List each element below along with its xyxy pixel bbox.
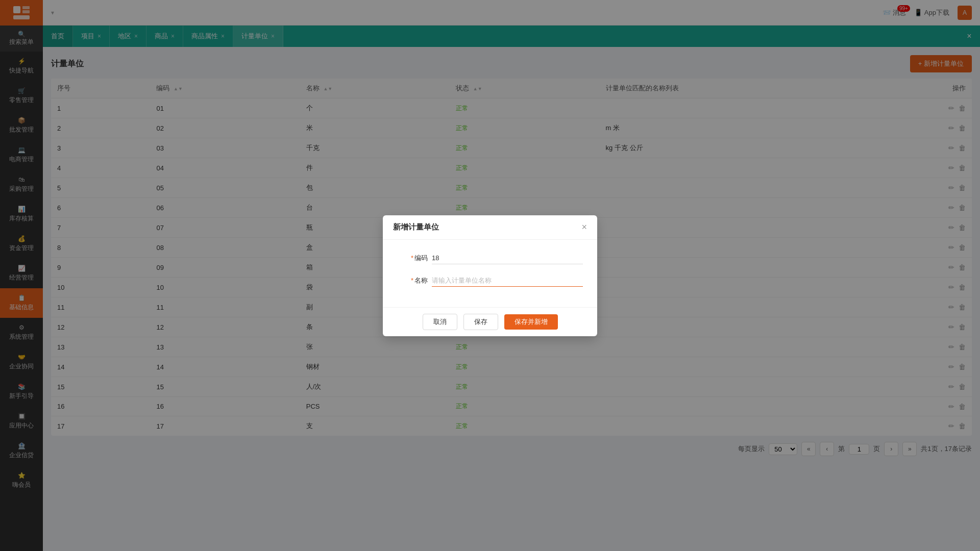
name-form-row: *名称 bbox=[397, 274, 583, 287]
name-required-star: * bbox=[411, 277, 413, 284]
save-add-button[interactable]: 保存并新增 bbox=[504, 314, 558, 330]
code-label: *编码 bbox=[397, 254, 428, 263]
name-input[interactable] bbox=[432, 274, 583, 287]
modal-title: 新增计量单位 bbox=[393, 222, 439, 232]
code-input[interactable] bbox=[432, 252, 583, 264]
save-button[interactable]: 保存 bbox=[463, 314, 498, 330]
code-form-row: *编码 bbox=[397, 252, 583, 264]
modal-close-btn[interactable]: × bbox=[581, 222, 587, 232]
modal-overlay[interactable]: 新增计量单位 × *编码 *名称 取消 保存 保存并新增 bbox=[0, 0, 980, 551]
add-unit-modal: 新增计量单位 × *编码 *名称 取消 保存 保存并新增 bbox=[383, 215, 597, 336]
modal-footer: 取消 保存 保存并新增 bbox=[383, 307, 597, 336]
code-required-star: * bbox=[411, 254, 413, 262]
cancel-button[interactable]: 取消 bbox=[423, 314, 457, 330]
modal-header: 新增计量单位 × bbox=[383, 215, 597, 240]
name-label: *名称 bbox=[397, 276, 428, 285]
modal-body: *编码 *名称 bbox=[383, 240, 597, 307]
